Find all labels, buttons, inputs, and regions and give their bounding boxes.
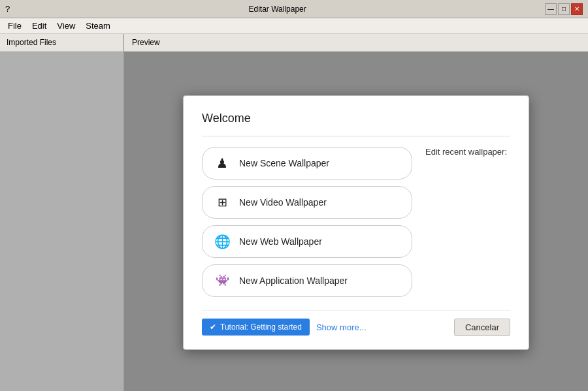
menu-file[interactable]: File [3,20,27,32]
dialog-left: ♟ New Scene Wallpaper ⊞ New Video Wallpa… [202,147,412,297]
scene-icon: ♟ [213,154,231,172]
close-button[interactable]: ✕ [571,3,583,15]
tutorial-label: Tutorial: Getting started [220,322,302,332]
minimize-button[interactable]: — [545,3,557,15]
cancel-button[interactable]: Cancelar [454,319,510,336]
dialog-title: Welcome [202,112,510,125]
edit-recent-label: Edit recent wallpaper: [425,147,507,157]
scene-label: New Scene Wallpaper [239,158,329,168]
menu-steam[interactable]: Steam [80,20,116,32]
dialog-right: Edit recent wallpaper: [425,147,510,297]
app-label: New Application Wallpaper [239,275,348,286]
dialog-body: ♟ New Scene Wallpaper ⊞ New Video Wallpa… [202,147,510,297]
imported-files-tab[interactable]: Imported Files [0,34,123,52]
app-icon: 👾 [213,272,231,290]
dialog-separator [202,136,510,136]
welcome-dialog: Welcome ♟ New Scene Wallpaper ⊞ New Vide… [183,95,529,350]
maximize-button[interactable]: □ [558,3,570,15]
dialog-overlay: Welcome ♟ New Scene Wallpaper ⊞ New Vide… [124,54,588,391]
window-title: Editar Wallpaper [10,5,545,14]
new-video-wallpaper-button[interactable]: ⊞ New Video Wallpaper [202,186,412,219]
dialog-footer: ✔ Tutorial: Getting started Show more...… [202,310,510,336]
menu-bar: File Edit View Steam [0,18,588,34]
window-controls: — □ ✕ [545,3,583,15]
preview-tab[interactable]: Preview [124,34,588,52]
web-label: New Web Wallpaper [239,236,322,247]
menu-edit[interactable]: Edit [27,20,52,32]
new-application-wallpaper-button[interactable]: 👾 New Application Wallpaper [202,264,412,297]
content-area: Preview Welcome ♟ New Scene Wallpaper ⊞ … [124,34,588,391]
video-icon: ⊞ [213,193,231,211]
video-label: New Video Wallpaper [239,197,327,208]
tutorial-checkmark-icon: ✔ [210,322,216,332]
web-icon: 🌐 [213,232,231,251]
main-area: Imported Files Preview Welcome ♟ New Sce… [0,34,588,391]
new-web-wallpaper-button[interactable]: 🌐 New Web Wallpaper [202,225,412,258]
title-bar: ? Editar Wallpaper — □ ✕ [0,0,588,18]
help-btn[interactable]: ? [5,4,10,14]
show-more-link[interactable]: Show more... [316,322,367,332]
footer-left: ✔ Tutorial: Getting started Show more... [202,319,367,336]
new-scene-wallpaper-button[interactable]: ♟ New Scene Wallpaper [202,147,412,180]
menu-view[interactable]: View [52,20,80,32]
sidebar: Imported Files [0,34,124,391]
tutorial-button[interactable]: ✔ Tutorial: Getting started [202,319,310,336]
